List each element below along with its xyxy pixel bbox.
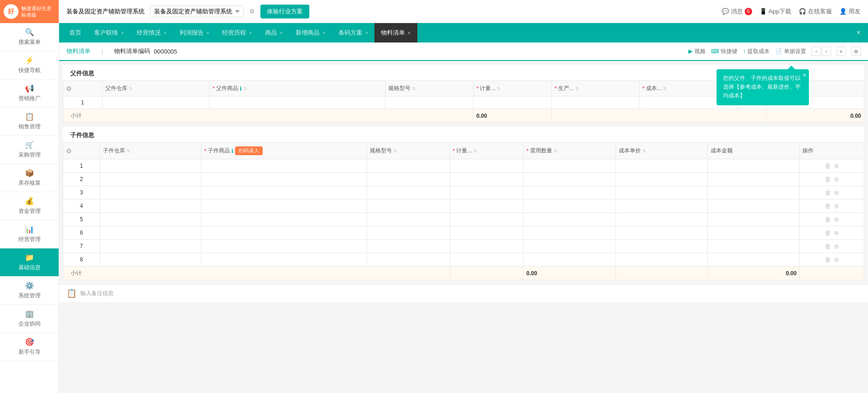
tab-new-product[interactable]: 新增商品 × xyxy=(289,23,332,42)
copy-icon[interactable]: ⊕ xyxy=(834,175,839,183)
child-unit-cell[interactable] xyxy=(450,173,524,186)
copy-icon[interactable]: ⊕ xyxy=(834,242,839,250)
extract-cost-button[interactable]: ↑ 提取成本 xyxy=(743,48,770,55)
close-icon[interactable]: × xyxy=(365,30,368,36)
prev-arrow[interactable]: ‹ xyxy=(812,47,821,56)
child-unitcost-cell[interactable] xyxy=(615,200,707,213)
nav-close-all-button[interactable]: × xyxy=(853,29,864,37)
settings-icon[interactable]: ⚙ xyxy=(249,8,255,15)
close-icon[interactable]: × xyxy=(163,30,166,36)
child-qty-cell[interactable] xyxy=(524,253,615,266)
sidebar-item-system[interactable]: ⚙️ 系统管理 xyxy=(0,277,59,305)
parent-production-cell[interactable] xyxy=(551,97,639,109)
child-spec-cell[interactable] xyxy=(367,159,450,173)
delete-icon[interactable]: 🗑 xyxy=(825,229,831,236)
grid-view-button[interactable]: ≡ xyxy=(837,47,846,56)
child-spec-cell[interactable] xyxy=(367,240,450,253)
sidebar-item-operation[interactable]: 📊 经营管理 xyxy=(0,220,59,248)
video-button[interactable]: ▶ 视频 xyxy=(688,48,705,55)
child-qty-cell[interactable] xyxy=(524,186,615,200)
sidebar-item-sales[interactable]: 📋 销售管理 xyxy=(0,108,59,136)
sidebar-item-quick-nav[interactable]: ⚡ 快捷导航 xyxy=(0,51,59,79)
bottom-icon[interactable]: 📋 xyxy=(66,288,77,298)
system-selector[interactable]: 装备及固定资产辅助管理系统 xyxy=(150,6,244,17)
child-product-cell[interactable] xyxy=(201,186,367,200)
child-product-cell[interactable] xyxy=(201,200,367,213)
close-icon[interactable]: × xyxy=(206,30,209,36)
child-product-cell[interactable] xyxy=(201,226,367,240)
sidebar-item-basic[interactable]: 📁 基础信息 xyxy=(0,248,59,277)
child-qty-cell[interactable] xyxy=(524,159,615,173)
child-product-cell[interactable] xyxy=(201,159,367,173)
tab-product[interactable]: 商品 × xyxy=(259,23,289,42)
child-unitcost-cell[interactable] xyxy=(615,213,707,226)
copy-icon[interactable]: ⊕ xyxy=(834,202,839,210)
child-spec-cell[interactable] xyxy=(367,200,450,213)
tab-home[interactable]: 首页 xyxy=(63,23,88,42)
child-unitcost-cell[interactable] xyxy=(615,186,707,200)
tab-customer[interactable]: 客户联络 × xyxy=(88,23,130,42)
child-warehouse-cell[interactable] xyxy=(100,240,201,253)
child-product-cell[interactable] xyxy=(201,213,367,226)
tooltip-close-button[interactable]: × xyxy=(803,71,806,80)
child-spec-cell[interactable] xyxy=(367,213,450,226)
child-unit-cell[interactable] xyxy=(450,253,524,266)
child-warehouse-cell[interactable] xyxy=(100,159,201,173)
sidebar-item-finance[interactable]: 💰 资金管理 xyxy=(0,192,59,220)
next-arrow[interactable]: › xyxy=(822,47,831,56)
child-qty-cell[interactable] xyxy=(524,173,615,186)
config-icon[interactable]: ⚙ xyxy=(66,147,72,155)
child-unitcost-cell[interactable] xyxy=(615,159,707,173)
delete-icon[interactable]: 🗑 xyxy=(825,189,831,196)
delete-icon[interactable]: 🗑 xyxy=(825,162,831,169)
child-spec-cell[interactable] xyxy=(367,226,450,240)
delete-icon[interactable]: 🗑 xyxy=(825,175,831,183)
sidebar-item-guide[interactable]: 🎯 新手引导 xyxy=(0,333,59,361)
delete-icon[interactable]: 🗑 xyxy=(825,242,831,250)
parent-product-cell[interactable] xyxy=(210,97,386,109)
tab-operation-history[interactable]: 经营历程 × xyxy=(216,23,258,42)
child-qty-cell[interactable] xyxy=(524,226,615,240)
child-product-cell[interactable] xyxy=(201,173,367,186)
child-unit-cell[interactable] xyxy=(450,213,524,226)
close-icon[interactable]: × xyxy=(249,30,252,36)
online-service-item[interactable]: 🎧 在线客服 xyxy=(799,7,832,16)
child-warehouse-cell[interactable] xyxy=(100,253,201,266)
sub-tab-bom-code[interactable]: 物料清单编码 0000005 xyxy=(114,42,177,61)
tab-profit[interactable]: 利润报告 × xyxy=(173,23,216,42)
config-icon[interactable]: ⚙ xyxy=(66,85,72,92)
parent-unit-cell[interactable] xyxy=(473,97,551,109)
child-product-cell[interactable] xyxy=(201,240,367,253)
child-warehouse-cell[interactable] xyxy=(100,173,201,186)
child-qty-cell[interactable] xyxy=(524,213,615,226)
parent-spec-cell[interactable] xyxy=(386,97,473,109)
th-child-config[interactable]: ⚙ xyxy=(63,143,100,159)
close-icon[interactable]: × xyxy=(280,30,283,36)
delete-icon[interactable]: 🗑 xyxy=(825,256,831,263)
single-setting-button[interactable]: 📄 单据设置 xyxy=(775,48,806,55)
copy-icon[interactable]: ⊕ xyxy=(834,189,839,196)
list-view-button[interactable]: ⊞ xyxy=(851,47,861,56)
sidebar-item-purchase[interactable]: 🛒 采购管理 xyxy=(0,136,59,164)
app-download-item[interactable]: 📱 App下载 xyxy=(760,7,791,16)
message-item[interactable]: 💬 消息 6 xyxy=(722,7,752,16)
child-unitcost-cell[interactable] xyxy=(615,240,707,253)
child-unit-cell[interactable] xyxy=(450,159,524,173)
user-item[interactable]: 👤 用友 xyxy=(839,7,861,16)
child-unitcost-cell[interactable] xyxy=(615,253,707,266)
trial-button[interactable]: 体验行业方案 xyxy=(260,5,309,18)
th-config[interactable]: ⚙ xyxy=(63,81,102,97)
close-icon[interactable]: × xyxy=(408,30,410,36)
shortcut-button[interactable]: ⌨ 快捷键 xyxy=(711,48,737,55)
child-warehouse-cell[interactable] xyxy=(100,226,201,240)
child-unit-cell[interactable] xyxy=(450,186,524,200)
child-unitcost-cell[interactable] xyxy=(615,173,707,186)
child-warehouse-cell[interactable] xyxy=(100,213,201,226)
tab-barcode[interactable]: 条码方案 × xyxy=(332,23,374,42)
copy-icon[interactable]: ⊕ xyxy=(834,216,839,223)
copy-icon[interactable]: ⊕ xyxy=(834,256,839,263)
child-spec-cell[interactable] xyxy=(367,186,450,200)
child-unit-cell[interactable] xyxy=(450,240,524,253)
copy-icon[interactable]: ⊕ xyxy=(834,229,839,236)
tab-operation-status[interactable]: 经营情况 × xyxy=(130,23,173,42)
